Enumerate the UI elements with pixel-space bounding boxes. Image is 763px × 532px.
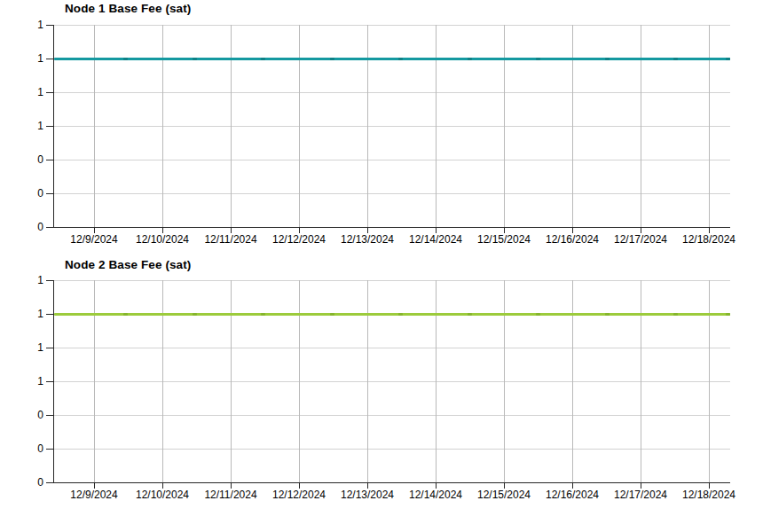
x-axis-tick bbox=[572, 227, 573, 233]
y-axis-tick bbox=[46, 25, 53, 26]
data-point-marker bbox=[468, 313, 472, 316]
chart-1-plot-area: 000111112/9/202412/10/202412/11/202412/1… bbox=[53, 25, 730, 228]
y-axis-tick bbox=[46, 59, 53, 59]
chart-1-title: Node 1 Base Fee (sat) bbox=[65, 2, 191, 15]
vertical-gridline bbox=[572, 280, 573, 482]
horizontal-gridline bbox=[54, 25, 730, 26]
vertical-gridline bbox=[641, 25, 641, 227]
data-point-marker bbox=[193, 313, 197, 316]
data-line bbox=[54, 313, 730, 316]
x-axis-tick-label: 12/12/2024 bbox=[264, 233, 334, 246]
x-axis-tick bbox=[709, 227, 710, 233]
data-point-marker bbox=[193, 58, 197, 60]
x-axis-tick-label: 12/18/2024 bbox=[673, 489, 744, 501]
x-axis-tick-label: 12/18/2024 bbox=[673, 233, 744, 246]
horizontal-gridline bbox=[54, 449, 730, 450]
x-axis-tick bbox=[231, 227, 232, 233]
data-point-marker bbox=[123, 313, 128, 316]
vertical-gridline bbox=[94, 280, 95, 482]
data-line bbox=[54, 58, 730, 60]
y-axis-tick bbox=[46, 415, 53, 416]
data-point-marker bbox=[261, 313, 265, 316]
vertical-gridline bbox=[162, 25, 163, 227]
y-axis-tick-label: 0 bbox=[6, 475, 43, 489]
vertical-gridline bbox=[162, 280, 163, 482]
x-axis-tick bbox=[299, 482, 300, 489]
x-axis-tick bbox=[162, 482, 163, 489]
vertical-gridline bbox=[231, 25, 232, 227]
data-point-marker bbox=[673, 313, 678, 316]
data-point-marker bbox=[123, 58, 128, 60]
x-axis-tick-label: 12/14/2024 bbox=[400, 489, 471, 501]
x-axis-tick bbox=[436, 227, 437, 233]
horizontal-gridline bbox=[54, 348, 730, 348]
x-axis-tick bbox=[162, 227, 163, 233]
y-axis-tick-label: 1 bbox=[6, 85, 43, 99]
x-axis-tick-label: 12/12/2024 bbox=[264, 489, 334, 501]
data-point-marker bbox=[398, 313, 403, 316]
data-point-marker bbox=[726, 58, 730, 60]
x-axis-tick-label: 12/10/2024 bbox=[127, 233, 198, 246]
y-axis-tick-label: 1 bbox=[6, 273, 43, 287]
vertical-gridline bbox=[367, 280, 368, 482]
vertical-gridline bbox=[436, 25, 437, 227]
data-point-marker bbox=[605, 58, 610, 60]
x-axis-tick bbox=[572, 482, 573, 489]
horizontal-gridline bbox=[54, 415, 730, 416]
data-point-marker bbox=[605, 313, 610, 316]
data-point-marker bbox=[398, 58, 403, 60]
vertical-gridline bbox=[299, 25, 300, 227]
y-axis-tick-label: 1 bbox=[6, 307, 43, 321]
chart-2-title: Node 2 Base Fee (sat) bbox=[65, 258, 191, 271]
x-axis-tick-label: 12/17/2024 bbox=[605, 233, 676, 246]
y-axis-tick-label: 0 bbox=[6, 153, 43, 167]
vertical-gridline bbox=[504, 280, 505, 482]
vertical-gridline bbox=[709, 25, 710, 227]
y-axis-tick bbox=[46, 449, 53, 450]
chart-2-plot-area: 000111112/9/202412/10/202412/11/202412/1… bbox=[53, 280, 730, 483]
data-point-marker bbox=[673, 58, 678, 60]
x-axis-tick bbox=[709, 482, 710, 489]
x-axis-tick bbox=[367, 482, 368, 489]
data-point-marker bbox=[261, 58, 265, 60]
y-axis-tick-label: 0 bbox=[6, 408, 43, 422]
y-axis-tick-label: 0 bbox=[6, 442, 43, 456]
data-point-marker bbox=[330, 58, 334, 60]
x-axis-tick-label: 12/11/2024 bbox=[195, 233, 266, 246]
x-axis-tick-label: 12/15/2024 bbox=[468, 233, 539, 246]
data-point-marker bbox=[726, 313, 730, 316]
vertical-gridline bbox=[709, 280, 710, 482]
y-axis-tick-label: 1 bbox=[6, 340, 43, 355]
y-axis-tick bbox=[46, 381, 53, 382]
y-axis-tick bbox=[46, 126, 53, 127]
x-axis-tick bbox=[367, 227, 368, 233]
y-axis-tick-label: 1 bbox=[6, 18, 43, 32]
data-point-marker bbox=[330, 313, 334, 316]
data-point-marker bbox=[536, 313, 540, 316]
vertical-gridline bbox=[504, 25, 505, 227]
x-axis-tick-label: 12/13/2024 bbox=[332, 489, 403, 501]
x-axis-tick-label: 12/16/2024 bbox=[537, 233, 608, 246]
x-axis-tick bbox=[504, 482, 505, 489]
vertical-gridline bbox=[231, 280, 232, 482]
x-axis-tick-label: 12/11/2024 bbox=[195, 489, 266, 501]
y-axis-tick bbox=[46, 227, 53, 228]
x-axis-tick-label: 12/14/2024 bbox=[400, 233, 471, 246]
vertical-gridline bbox=[299, 280, 300, 482]
x-axis-tick bbox=[436, 482, 437, 489]
horizontal-gridline bbox=[54, 280, 730, 281]
y-axis-tick-label: 1 bbox=[6, 51, 43, 66]
y-axis-tick bbox=[46, 482, 53, 483]
x-axis-tick bbox=[641, 482, 641, 489]
x-axis-tick bbox=[231, 482, 232, 489]
y-axis-tick-label: 1 bbox=[6, 374, 43, 388]
x-axis-tick bbox=[299, 227, 300, 233]
y-axis-tick-label: 0 bbox=[6, 220, 43, 234]
y-axis-tick bbox=[46, 193, 53, 194]
charts-canvas: Node 1 Base Fee (sat) 000111112/9/202412… bbox=[0, 0, 763, 532]
horizontal-gridline bbox=[54, 92, 730, 93]
vertical-gridline bbox=[641, 280, 641, 482]
horizontal-gridline bbox=[54, 160, 730, 160]
x-axis-tick-label: 12/9/2024 bbox=[59, 489, 130, 501]
horizontal-gridline bbox=[54, 126, 730, 127]
